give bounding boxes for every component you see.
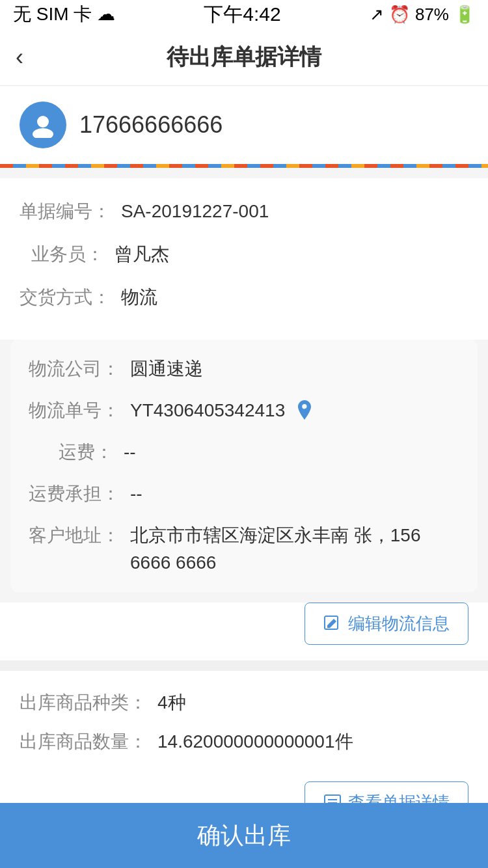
delivery-method-row: 交货方式： 物流: [20, 284, 468, 311]
logistics-tracking-value: YT43064053424​13: [130, 397, 459, 424]
logistics-tracking-row: 物流单号： YT43064053424​13: [29, 397, 459, 424]
logistics-freight-bear-value: --: [130, 480, 459, 508]
sim-status: 无 SIM 卡 ☁: [13, 2, 115, 27]
logistics-company-value: 圆通速递: [130, 355, 459, 383]
delivery-method-label: 交货方式：: [20, 284, 111, 311]
goods-quantity-row: 出库商品数量： 14.620000000000001件: [20, 729, 468, 754]
status-right: ↗ ⏰ 87% 🔋: [370, 5, 475, 25]
logistics-freight-value: --: [124, 439, 459, 466]
goods-section: 出库商品种类： 4种 出库商品数量： 14.620000000000001件: [0, 671, 488, 781]
avatar: [20, 102, 66, 148]
status-time: 下午4:42: [204, 1, 280, 28]
logistics-company-row: 物流公司： 圆通速递: [29, 355, 459, 383]
section-divider: [0, 660, 488, 671]
goods-quantity-label: 出库商品数量：: [20, 729, 147, 754]
edit-logistics-button[interactable]: 编辑物流信息: [305, 603, 468, 645]
alarm-icon: ⏰: [389, 5, 410, 25]
confirm-button[interactable]: 确认出库: [0, 803, 488, 868]
battery-icon: 🔋: [454, 5, 475, 25]
logistics-freight-bear-label: 运费承担：: [29, 480, 120, 508]
goods-types-row: 出库商品种类： 4种: [20, 690, 468, 715]
logistics-freight-label: 运费：: [29, 439, 113, 466]
goods-quantity-value: 14.620000000000001件: [157, 729, 353, 754]
goods-types-label: 出库商品种类：: [20, 690, 147, 715]
delivery-method-value: 物流: [121, 284, 468, 311]
nav-bar: ‹ 待出库单据详情: [0, 29, 488, 86]
location-status-icon: ↗: [370, 5, 384, 25]
back-button[interactable]: ‹: [16, 44, 23, 71]
sales-person-value: 曾凡杰: [115, 241, 468, 268]
logistics-freight-bear-row: 运费承担： --: [29, 480, 459, 508]
order-number-row: 单据编号： SA-20191227-001: [20, 198, 468, 225]
svg-point-1: [33, 128, 53, 138]
customer-header: 17666666666: [0, 86, 488, 164]
page-title: 待出库单据详情: [167, 42, 321, 72]
edit-button-row: 编辑物流信息: [0, 603, 488, 660]
status-bar: 无 SIM 卡 ☁ 下午4:42 ↗ ⏰ 87% 🔋: [0, 0, 488, 29]
logistics-tracking-label: 物流单号：: [29, 397, 120, 424]
logistics-address-row: 客户地址： 北京市市辖区海淀区永丰南 张，156 6666 6666: [29, 522, 459, 576]
dashed-separator: [0, 164, 488, 168]
customer-phone: 17666666666: [79, 111, 223, 139]
logistics-card: 物流公司： 圆通速递 物流单号： YT43064053424​13 运费： --…: [10, 340, 478, 592]
location-icon[interactable]: [293, 399, 316, 422]
sales-person-row: 业务员： 曾凡杰: [20, 241, 468, 268]
basic-info-section: 单据编号： SA-20191227-001 业务员： 曾凡杰 交货方式： 物流: [0, 178, 488, 340]
status-left: 无 SIM 卡 ☁: [13, 2, 115, 27]
goods-types-value: 4种: [157, 690, 186, 715]
order-number-value: SA-20191227-001: [121, 198, 468, 225]
edit-icon: [323, 615, 342, 633]
order-number-label: 单据编号：: [20, 198, 111, 225]
logistics-address-value: 北京市市辖区海淀区永丰南 张，156 6666 6666: [130, 522, 459, 576]
logistics-address-label: 客户地址：: [29, 522, 120, 549]
logistics-company-label: 物流公司：: [29, 355, 120, 383]
svg-point-0: [37, 116, 49, 128]
sales-person-label: 业务员：: [20, 241, 104, 268]
battery-status: 87%: [415, 5, 449, 25]
logistics-freight-row: 运费： --: [29, 439, 459, 466]
